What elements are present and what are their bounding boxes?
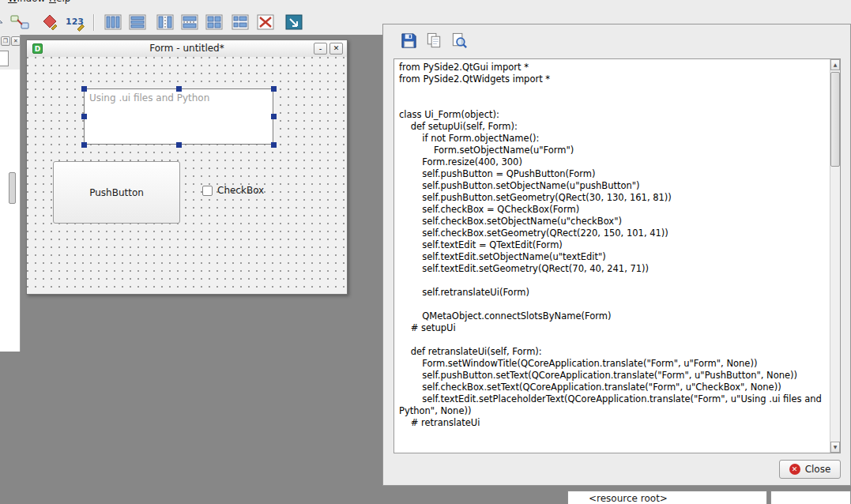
textedit-placeholder: Using .ui files and Python (89, 92, 209, 103)
resource-root-label: <resource root> (589, 493, 668, 504)
layout-horizontally-icon[interactable] (103, 12, 123, 32)
save-icon[interactable] (398, 29, 419, 51)
selection-handle[interactable] (176, 86, 182, 92)
find-icon[interactable] (449, 29, 469, 51)
left-scrollbar-thumb[interactable] (9, 172, 16, 204)
widgetbox-panel (0, 70, 20, 352)
resource-side-panel (770, 491, 851, 504)
selection-handle[interactable] (271, 142, 277, 148)
close-button-label: Close (805, 464, 831, 475)
selection-handle[interactable] (81, 142, 87, 148)
dock-close-icon[interactable]: ✕ (11, 36, 21, 46)
checkbox-widget[interactable]: CheckBox (202, 185, 264, 196)
resource-root-item[interactable]: <resource root> (567, 491, 767, 504)
selection-handle[interactable] (176, 142, 182, 148)
layout-vertically-icon[interactable] (127, 12, 148, 32)
scroll-down-icon[interactable]: ▼ (830, 442, 840, 453)
toolbar-separator (93, 14, 95, 31)
textedit-widget[interactable]: Using .ui files and Python (84, 88, 273, 145)
layout-form-icon[interactable] (230, 12, 250, 32)
widgetbox-filter-input[interactable] (0, 51, 9, 66)
selection-handle[interactable] (81, 86, 87, 92)
generated-python-code: from PySide2.QtGui import * from PySide2… (394, 59, 829, 453)
checkbox-indicator[interactable] (202, 186, 213, 196)
form-window-titlebar[interactable]: D Form - untitled* - ✕ (27, 40, 347, 58)
layout-vertical-splitter-icon[interactable] (179, 12, 200, 32)
qt-designer-screen: Window Help 123 (0, 0, 851, 504)
selection-handle[interactable] (271, 114, 277, 119)
form-editor-window: D Form - untitled* - ✕ Using .ui files a… (26, 39, 348, 295)
edit-signals-slots-icon[interactable] (9, 12, 30, 32)
pushbutton-widget[interactable]: PushButton (53, 161, 180, 224)
layout-grid-icon[interactable] (204, 12, 224, 32)
code-textarea[interactable]: from PySide2.QtGui import * from PySide2… (393, 58, 841, 453)
code-scrollbar[interactable]: ▲ ▼ (830, 59, 840, 453)
form-window-title: Form - untitled* (27, 43, 347, 54)
copy-icon[interactable] (424, 29, 444, 51)
edit-buddies-icon[interactable] (40, 12, 60, 32)
close-dialog-button[interactable]: ✕ Close (779, 460, 841, 479)
selection-handle[interactable] (81, 114, 87, 119)
scrollbar-thumb[interactable] (830, 72, 840, 167)
edit-tab-order-icon[interactable]: 123 (65, 12, 85, 32)
adjust-size-icon[interactable] (284, 12, 304, 32)
scroll-up-icon[interactable]: ▲ (830, 59, 840, 70)
dock-float-icon[interactable]: ❐ (1, 36, 10, 46)
selection-handle[interactable] (271, 86, 277, 92)
menu-help[interactable]: Help (49, 0, 70, 4)
menu-window[interactable]: Window (8, 0, 45, 4)
checkbox-label: CheckBox (217, 185, 264, 196)
layout-horizontal-splitter-icon[interactable] (155, 12, 175, 32)
close-button[interactable]: ✕ (329, 43, 343, 55)
edit-widgets-icon[interactable] (0, 12, 8, 32)
close-red-icon: ✕ (789, 464, 800, 475)
form-canvas[interactable]: Using .ui files and Python PushButton Ch… (27, 57, 347, 294)
code-toolbar (383, 24, 850, 58)
minimize-button[interactable]: - (314, 43, 327, 55)
break-layout-icon[interactable] (255, 12, 276, 32)
left-dock-strip: ❐ ✕ (0, 35, 21, 352)
code-preview-window: from PySide2.QtGui import * from PySide2… (382, 24, 851, 486)
